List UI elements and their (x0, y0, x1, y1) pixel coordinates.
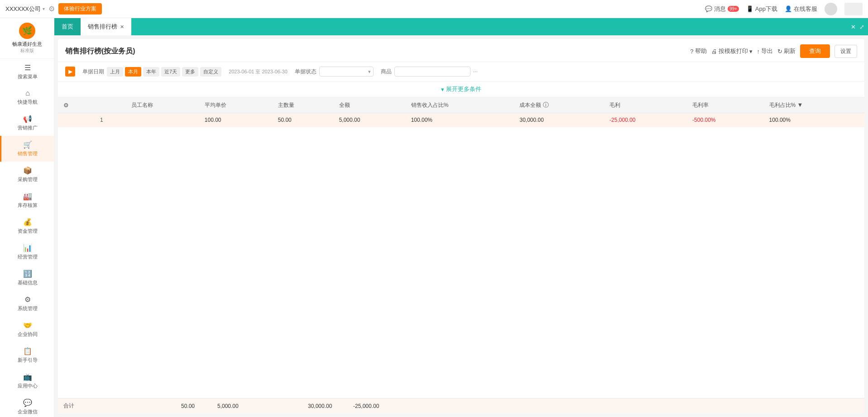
logo-area: 🌿 畅康通好生意 标准版 (0, 18, 54, 59)
settings-gear-icon[interactable]: ⚙ (48, 5, 55, 13)
col-qty: 主数量 (273, 97, 334, 113)
cell-name (126, 113, 199, 127)
sidebar-item-newbie[interactable]: 📋 新手引导 (0, 342, 54, 368)
sidebar-item-purchase[interactable]: 📦 采购管理 (0, 162, 54, 187)
tab-close-icon[interactable]: ✕ (120, 24, 124, 30)
col-sales-pct: 销售收入占比% (406, 97, 514, 113)
sidebar-item-sales[interactable]: 🛒 销售管理 (0, 136, 54, 162)
online-service-label: 在线客服 (794, 5, 817, 13)
tab-sales-rank-label: 销售排行榜 (88, 23, 117, 31)
goods-more-icon[interactable]: ··· (473, 68, 478, 75)
footer-qty-area: 50.00 (181, 403, 217, 409)
goods-filter-item: 商品 ··· (381, 67, 478, 77)
col-settings-icon: ⚙ (63, 102, 69, 109)
sidebar-item-app-center[interactable]: 📺 应用中心 (0, 368, 54, 394)
company-name: XXXXXX公司 (5, 5, 41, 13)
newbie-icon: 📋 (23, 347, 32, 355)
message-button[interactable]: 💬 消息 99+ (705, 5, 739, 13)
cost-info-icon[interactable]: ⓘ (543, 101, 549, 108)
app-download-label: App下载 (755, 5, 777, 13)
date-btn-this-month[interactable]: 本月 (125, 67, 141, 77)
collapse-filter-button[interactable]: ▶ (65, 67, 75, 77)
sidebar-label-enterprise-collab: 企业协同 (18, 331, 38, 338)
refresh-label: 刷新 (784, 47, 796, 55)
sidebar-label-enterprise-wechat: 企业微信 (18, 408, 38, 415)
sidebar-label-newbie: 新手引导 (18, 357, 38, 364)
date-btn-7-days[interactable]: 近7天 (161, 67, 180, 77)
avatar[interactable] (825, 3, 837, 15)
date-btn-this-year[interactable]: 本年 (143, 67, 159, 77)
status-filter-item: 单据状态 (295, 67, 374, 77)
service-icon: 👤 (785, 5, 792, 12)
date-range-display: 2023-06-01 至 2023-06-30 (229, 68, 288, 75)
date-filter-label: 单据日期 (82, 68, 104, 76)
date-btn-custom[interactable]: 自定义 (200, 67, 221, 77)
sidebar-item-enterprise-wechat[interactable]: 💬 企业微信 (0, 394, 54, 417)
status-select[interactable] (319, 67, 374, 77)
user-name-area[interactable] (844, 3, 863, 15)
cell-gross: -25,000.00 (604, 113, 687, 127)
footer-gross-area: -25,000.00 (353, 403, 398, 409)
col-amount: 全额 (334, 97, 406, 113)
footer-gross: -25,000.00 (353, 403, 379, 409)
table-wrapper: ⚙ 员工名称 平均单价 主数量 全额 销售收入占比% 成本全额 ⓘ 毛利 毛利率… (58, 97, 864, 398)
date-btn-last-month[interactable]: 上月 (107, 67, 123, 77)
print-icon: 🖨 (711, 48, 717, 55)
col-gross: 毛利 (604, 97, 687, 113)
sidebar-label-inventory: 库存核算 (18, 202, 38, 209)
refresh-icon: ↻ (777, 48, 782, 55)
date-btn-more[interactable]: 更多 (182, 67, 198, 77)
tab-close-window-icon[interactable]: ✕ (851, 24, 856, 30)
data-table: ⚙ 员工名称 平均单价 主数量 全额 销售收入占比% 成本全额 ⓘ 毛利 毛利率… (58, 97, 864, 127)
logo-sub: 标准版 (20, 48, 34, 54)
marketing-icon: 📢 (23, 115, 32, 123)
sidebar-label-marketing: 营销推广 (18, 125, 38, 131)
enterprise-collab-icon: 🤝 (23, 321, 32, 330)
sidebar-item-marketing[interactable]: 📢 营销推广 (0, 110, 54, 136)
footer-total-label: 合计 (63, 403, 74, 409)
sidebar-item-search-order[interactable]: ☰ 搜索菜单 (0, 59, 54, 85)
refresh-button[interactable]: ↻ 刷新 (777, 47, 796, 55)
expand-more-label: 展开更多条件 (446, 85, 481, 93)
enterprise-wechat-icon: 💬 (23, 398, 32, 407)
template-print-button[interactable]: 🖨 按模板打印 ▾ (711, 47, 753, 55)
sidebar-label-quick-nav: 快捷导航 (18, 99, 38, 105)
company-selector[interactable]: XXXXXX公司 ▾ (5, 5, 45, 13)
tab-home-label: 首页 (62, 23, 73, 31)
sidebar-item-operations[interactable]: 📊 经营管理 (0, 239, 54, 265)
goods-filter-input[interactable] (394, 67, 470, 77)
footer-amount-area: 5,000.00 (217, 403, 258, 409)
page-content: 销售排行榜(按业务员) ? 帮助 🖨 按模板打印 ▾ ↑ 导出 (58, 39, 864, 413)
online-service-button[interactable]: 👤 在线客服 (785, 5, 817, 13)
footer-cost: 30,000.00 (308, 403, 332, 409)
date-filter-options: 上月 本月 本年 近7天 更多 自定义 (107, 67, 221, 77)
footer-cost-area: 30,000.00 (308, 403, 353, 409)
help-button[interactable]: ? 帮助 (690, 47, 706, 55)
cell-cost: 30,000.00 (514, 113, 604, 127)
trial-button[interactable]: 体验行业方案 (58, 3, 102, 14)
query-button[interactable]: 查询 (800, 44, 830, 58)
tab-home[interactable]: 首页 (54, 18, 81, 35)
app-download-icon: 📱 (746, 5, 753, 12)
sidebar-item-finance[interactable]: 💰 资金管理 (0, 213, 54, 239)
date-filter-item: 单据日期 上月 本月 本年 近7天 更多 自定义 (82, 67, 221, 77)
sidebar-item-quick-nav[interactable]: ⌂ 快捷导航 (0, 85, 54, 110)
content-area: 首页 销售排行榜 ✕ ✕ ⤢ 销售排行榜(按业务员) ? 帮助 (54, 18, 868, 417)
settings-button[interactable]: 设置 (834, 45, 857, 58)
sidebar-item-system[interactable]: ⚙ 系统管理 (0, 291, 54, 316)
tab-sales-rank[interactable]: 销售排行榜 ✕ (81, 18, 131, 35)
app-download-button[interactable]: 📱 App下载 (746, 5, 777, 13)
export-button[interactable]: ↑ 导出 (757, 47, 773, 55)
expand-more-button[interactable]: ▾ 展开更多条件 (441, 83, 481, 95)
sidebar-item-inventory[interactable]: 🏭 库存核算 (0, 187, 54, 213)
col-rank (95, 97, 126, 113)
main-layout: 🌿 畅康通好生意 标准版 ☰ 搜索菜单 ⌂ 快捷导航 📢 营销推广 🛒 销售管理… (0, 18, 868, 417)
tab-maximize-icon[interactable]: ⤢ (859, 24, 864, 30)
status-filter-label: 单据状态 (295, 68, 317, 76)
footer-label-area: 合计 (63, 402, 181, 410)
gross-pct-info-icon[interactable]: ▼ (797, 101, 803, 108)
filter-row: ▶ 单据日期 上月 本月 本年 近7天 更多 自定义 2023-06-01 至 … (58, 62, 864, 81)
sidebar-item-enterprise-collab[interactable]: 🤝 企业协同 (0, 316, 54, 342)
col-settings[interactable]: ⚙ (58, 97, 95, 113)
sidebar-item-basic-info[interactable]: 🔢 基础信息 (0, 265, 54, 291)
